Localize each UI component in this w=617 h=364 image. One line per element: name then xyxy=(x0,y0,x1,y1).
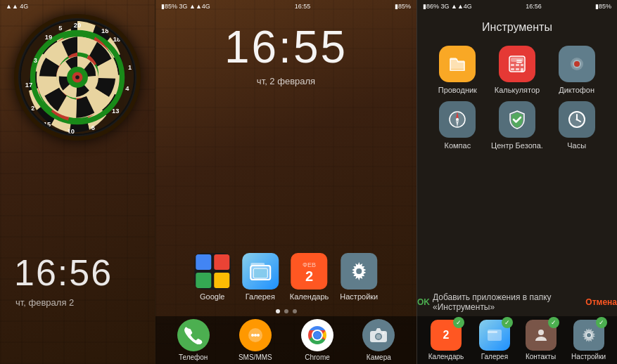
app-gallery[interactable]: Галерея xyxy=(242,253,279,301)
app-settings-label: Настройки xyxy=(340,292,378,301)
add-folder-cancel-btn[interactable]: Отмена xyxy=(585,297,617,307)
home-date: чт, 2 февраля xyxy=(257,76,315,86)
panel-folder: ▮86% 3G ▲▲4G 16:56 ▮85% Инструменты Пров… xyxy=(416,0,617,364)
folder-app-clock-label: Часы xyxy=(567,141,586,150)
time-2: 16:55 xyxy=(295,3,311,10)
svg-point-55 xyxy=(383,332,385,334)
folder-grid: Проводник Калькулятор xyxy=(417,46,617,150)
panel-lockscreen: ▲▲ 4G xyxy=(0,0,155,364)
bottom-icon-calendar-label: Календарь xyxy=(428,353,464,360)
bottom-dock: Телефон SMS/MMS xyxy=(155,316,416,364)
bottom-icon-settings[interactable]: ✓ Настройки xyxy=(571,320,606,360)
clock-icon xyxy=(566,109,587,130)
svg-rect-60 xyxy=(521,64,523,66)
folder-title: Инструменты xyxy=(417,21,617,34)
svg-point-44 xyxy=(254,334,257,337)
dot-3 xyxy=(293,309,297,313)
bottom-icon-contacts-label: Контакты xyxy=(526,353,556,360)
gallery-check-badge: ✓ xyxy=(502,317,513,328)
folder-app-compass[interactable]: Компас xyxy=(431,101,484,150)
panel-homescreen: ▮85% 3G ▲▲4G 16:55 ▮85% 16:55 чт, 2 февр… xyxy=(155,0,416,364)
dock-camera-label: Камера xyxy=(367,353,391,361)
folder-app-security[interactable]: Центр Безопа. xyxy=(491,101,544,150)
battery-right-3: ▮85% xyxy=(595,3,611,10)
folder-app-calculator-label: Калькулятор xyxy=(495,86,540,94)
dock-sms-label: SMS/MMS xyxy=(238,353,272,361)
contacts-icon xyxy=(533,327,549,344)
dartboard-container: 20 18 1 4 13 6 10 15 2 17 3 19 18 5 xyxy=(14,14,141,141)
svg-rect-38 xyxy=(250,263,265,266)
svg-rect-33 xyxy=(214,254,229,270)
recorder-icon xyxy=(566,53,587,74)
chrome-logo-icon xyxy=(305,323,330,348)
svg-text:1: 1 xyxy=(128,64,132,71)
dock-chrome[interactable]: Chrome xyxy=(301,319,333,361)
svg-point-45 xyxy=(257,334,260,337)
lockscreen-time: 16:56 xyxy=(14,252,113,294)
svg-rect-34 xyxy=(196,273,211,288)
camera-icon xyxy=(369,325,388,345)
svg-text:5: 5 xyxy=(58,25,62,32)
svg-text:3: 3 xyxy=(34,57,37,64)
folder-app-files[interactable]: Проводник xyxy=(431,46,484,94)
signal-icon-1: ▲▲ 4G xyxy=(6,3,28,10)
folder-app-compass-label: Компас xyxy=(444,141,471,150)
app-calendar-label: Календарь xyxy=(290,292,329,301)
status-bar-3: ▮86% 3G ▲▲4G 16:56 ▮85% xyxy=(417,0,617,13)
svg-point-77 xyxy=(538,330,544,335)
settings-check-badge: ✓ xyxy=(596,317,607,328)
svg-point-43 xyxy=(251,334,254,337)
svg-rect-65 xyxy=(516,62,522,63)
dot-1 xyxy=(276,309,280,313)
settings-small-icon xyxy=(580,327,597,344)
folder-app-recorder-label: Диктофон xyxy=(559,86,594,94)
bottom-icon-gallery[interactable]: ✓ Галерея xyxy=(479,320,510,360)
battery-icon-2: ▮85% 3G ▲▲4G xyxy=(161,3,210,10)
svg-rect-64 xyxy=(516,60,522,61)
gallery-small-icon xyxy=(486,327,503,344)
files-icon xyxy=(447,53,468,74)
dock-phone[interactable]: Телефон xyxy=(177,319,210,361)
folder-app-security-label: Центр Безопа. xyxy=(491,141,543,150)
svg-text:17: 17 xyxy=(25,82,32,89)
app-settings[interactable]: Настройки xyxy=(340,253,378,301)
lockscreen-date: чт, февраля 2 xyxy=(15,297,74,308)
dock-phone-label: Телефон xyxy=(179,353,208,361)
svg-rect-59 xyxy=(516,64,519,66)
calculator-icon xyxy=(507,53,528,74)
battery-3: ▮86% 3G ▲▲4G xyxy=(423,3,472,10)
dot-2 xyxy=(284,309,288,313)
svg-point-70 xyxy=(456,118,459,121)
app-google-label: Google xyxy=(200,292,224,301)
svg-rect-35 xyxy=(214,273,229,288)
calendar-check-badge: ✓ xyxy=(453,317,464,328)
svg-rect-63 xyxy=(521,68,523,72)
home-time: 16:55 xyxy=(224,21,348,73)
app-calendar[interactable]: ФЕВ 2 Календарь xyxy=(290,253,329,301)
svg-rect-32 xyxy=(196,254,211,270)
svg-text:20: 20 xyxy=(74,22,81,29)
dock-camera[interactable]: Камера xyxy=(362,319,395,361)
add-folder-ok-btn[interactable]: OK xyxy=(417,297,430,307)
bottom-icon-settings-label: Настройки xyxy=(571,353,606,360)
folder-app-recorder[interactable]: Диктофон xyxy=(550,46,603,94)
svg-point-74 xyxy=(575,119,578,121)
svg-rect-62 xyxy=(516,68,519,70)
dock-sms[interactable]: SMS/MMS xyxy=(238,319,272,361)
bottom-icon-calendar[interactable]: ✓ 2 Календарь xyxy=(428,320,464,360)
svg-text:13: 13 xyxy=(112,108,119,115)
svg-point-50 xyxy=(314,332,321,339)
settings-gear-icon xyxy=(348,261,369,282)
dartboard: 20 18 1 4 13 6 10 15 2 17 3 19 18 5 xyxy=(14,14,141,141)
dartboard-svg: 20 18 1 4 13 6 10 15 2 17 3 19 18 5 xyxy=(18,18,136,136)
folder-app-calculator[interactable]: Калькулятор xyxy=(491,46,544,94)
folder-app-files-label: Проводник xyxy=(438,86,477,94)
google-icon xyxy=(194,253,231,290)
app-google[interactable]: Google xyxy=(194,253,231,301)
dock-chrome-label: Chrome xyxy=(305,353,330,361)
page-dots xyxy=(276,309,297,313)
folder-app-clock[interactable]: Часы xyxy=(550,101,603,150)
bottom-icon-contacts[interactable]: ✓ Контакты xyxy=(526,320,556,360)
svg-point-68 xyxy=(574,61,580,67)
svg-rect-58 xyxy=(511,64,514,66)
